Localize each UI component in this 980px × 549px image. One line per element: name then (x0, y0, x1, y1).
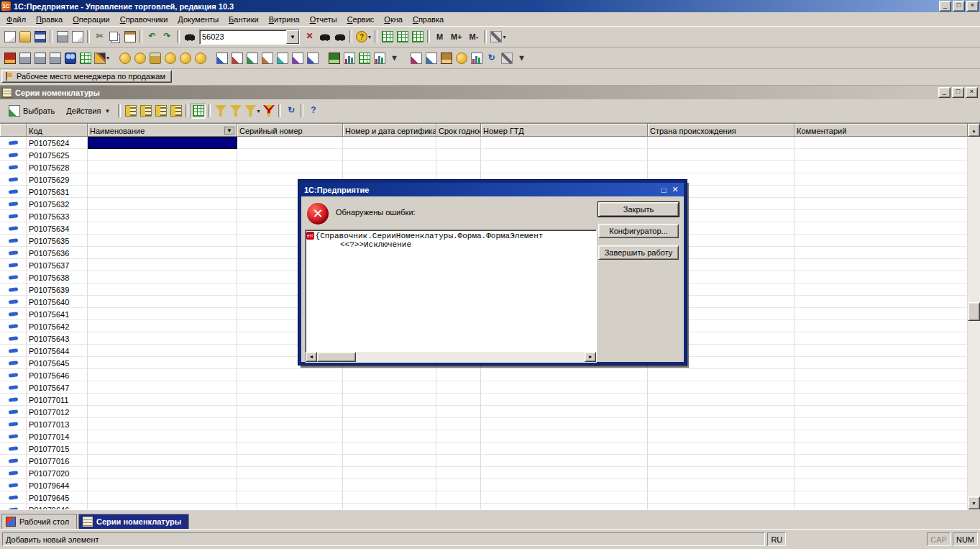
cell-expiry[interactable] (436, 161, 481, 173)
cell-serial[interactable] (237, 381, 343, 394)
cash-register-button[interactable] (147, 50, 162, 65)
cell-certificate[interactable] (343, 491, 436, 504)
error-text-area[interactable]: err {Справочник.СерииНоменклатуры.Форма.… (305, 230, 597, 363)
cell-name[interactable] (88, 296, 237, 308)
goods-transfer-button[interactable] (275, 50, 290, 65)
cell-name[interactable] (88, 198, 237, 210)
cell-code[interactable]: P01075629 (27, 173, 88, 186)
cell-code[interactable]: P01077015 (27, 443, 88, 455)
cell-country[interactable] (648, 369, 794, 381)
redo-button[interactable]: ↷ (160, 30, 175, 45)
cell-comment[interactable] (794, 479, 968, 491)
move-to-group-button[interactable] (153, 104, 168, 119)
column-header-serial[interactable]: Серийный номер (237, 124, 343, 137)
cell-code[interactable]: P01075637 (27, 259, 88, 271)
cell-gtd[interactable] (481, 479, 648, 491)
cell-gtd[interactable] (481, 418, 648, 430)
cell-comment[interactable] (794, 418, 968, 430)
cell-code[interactable]: P01075628 (27, 161, 88, 173)
edit-prices-button[interactable]: ▾ (93, 50, 111, 65)
nomenclature-button[interactable] (78, 50, 93, 65)
print-document-button[interactable] (17, 50, 32, 65)
scroll-right-icon[interactable]: ► (585, 352, 596, 362)
find-previous-button[interactable] (332, 30, 347, 45)
cell-code[interactable]: P01075643 (27, 332, 88, 345)
cell-gtd[interactable] (481, 430, 648, 443)
cell-name[interactable] (88, 406, 237, 418)
toolbar-overflow-button[interactable]: ▾ (387, 50, 402, 65)
cell-serial[interactable] (237, 491, 343, 504)
cell-marker[interactable] (0, 137, 27, 149)
retail-button[interactable] (423, 50, 439, 65)
cell-marker[interactable] (0, 198, 27, 210)
table-row[interactable]: P01075625 (0, 149, 968, 161)
cell-gtd[interactable] (481, 394, 648, 406)
column-header-expiry[interactable]: Срок годнос... (436, 124, 481, 137)
cell-certificate[interactable] (343, 381, 436, 394)
cell-marker[interactable] (0, 296, 27, 308)
table-view-button[interactable] (410, 30, 425, 45)
cell-comment[interactable] (794, 406, 968, 418)
help-button[interactable]: ? (306, 104, 321, 119)
cell-marker[interactable] (0, 406, 27, 418)
scroll-track[interactable] (968, 137, 980, 496)
cell-name[interactable] (88, 161, 237, 173)
child-restore-button[interactable]: □ (952, 87, 964, 98)
warehouse-button[interactable] (439, 50, 454, 65)
table-row[interactable]: P01079646 (0, 504, 968, 509)
cell-name[interactable] (88, 271, 237, 283)
cell-marker[interactable] (0, 308, 27, 320)
open-document-button[interactable] (17, 30, 32, 45)
cell-comment[interactable] (794, 161, 968, 173)
cell-certificate[interactable] (343, 430, 436, 443)
purchase-invoice-button[interactable] (260, 50, 275, 65)
cell-code[interactable]: P01075638 (27, 271, 88, 283)
cell-gtd[interactable] (481, 381, 648, 394)
cell-expiry[interactable] (436, 418, 481, 430)
cell-comment[interactable] (794, 296, 968, 308)
cell-comment[interactable] (794, 149, 968, 161)
cell-comment[interactable] (794, 504, 968, 509)
cell-code[interactable]: P01079645 (27, 491, 88, 504)
cell-country[interactable] (648, 381, 794, 394)
cell-marker[interactable] (0, 455, 27, 467)
combo-dropdown-icon[interactable]: ▼ (286, 30, 299, 44)
cell-expiry[interactable] (436, 149, 481, 161)
cell-marker[interactable] (0, 247, 27, 259)
customer-order-button[interactable] (305, 50, 320, 65)
table-row[interactable]: P01077016 (0, 455, 968, 467)
cell-name[interactable] (88, 381, 237, 394)
cell-name[interactable] (88, 222, 237, 235)
cell-comment[interactable] (794, 455, 968, 467)
cell-name[interactable] (88, 259, 237, 271)
cell-marker[interactable] (0, 381, 27, 394)
cut-button[interactable]: ✂ (92, 30, 107, 45)
cell-name[interactable] (88, 149, 237, 161)
cell-comment[interactable] (794, 308, 968, 320)
debt-report-button[interactable] (372, 50, 387, 65)
cell-certificate[interactable] (343, 149, 436, 161)
cell-comment[interactable] (794, 345, 968, 357)
cell-gtd[interactable] (481, 455, 648, 467)
cell-code[interactable]: P01077013 (27, 418, 88, 430)
cell-code[interactable]: P01075646 (27, 369, 88, 381)
cell-certificate[interactable] (343, 406, 436, 418)
menu-item-2[interactable]: Правка (31, 14, 68, 25)
cell-country[interactable] (648, 418, 794, 430)
cell-name[interactable] (88, 332, 237, 345)
cell-comment[interactable] (794, 222, 968, 235)
cell-name[interactable] (88, 173, 237, 186)
cell-code[interactable]: P01075645 (27, 357, 88, 369)
cell-country[interactable] (648, 394, 794, 406)
column-header-marker[interactable] (0, 124, 27, 137)
workspace-tab-sales-manager[interactable]: Рабочее место менеджера по продажам (1, 70, 172, 83)
new-document-button[interactable] (2, 30, 17, 45)
cell-expiry[interactable] (436, 479, 481, 491)
cell-name[interactable] (88, 137, 237, 149)
cell-code[interactable]: P01075624 (27, 137, 88, 149)
dialog-close-button[interactable]: ✕ (669, 185, 681, 194)
cell-marker[interactable] (0, 332, 27, 345)
cell-expiry[interactable] (436, 381, 481, 394)
cell-country[interactable] (648, 161, 794, 173)
print-preview-button[interactable] (70, 30, 85, 45)
